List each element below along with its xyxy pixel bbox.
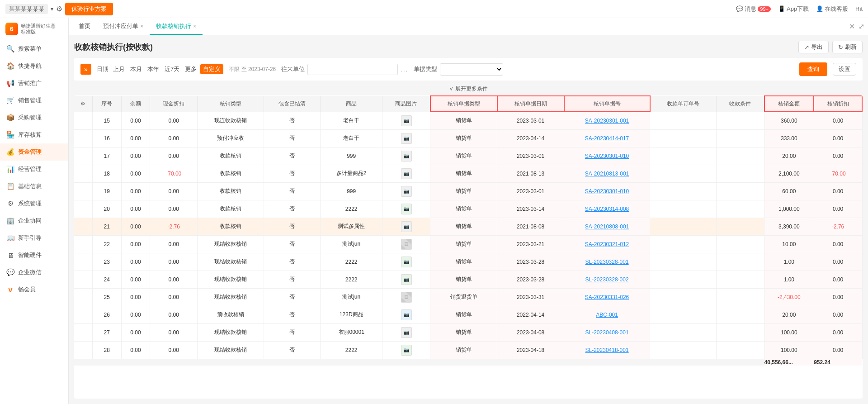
th-product-img: 商品图片 bbox=[382, 96, 430, 112]
filter-expand-button[interactable]: » bbox=[80, 64, 91, 75]
sidebar-item-finance[interactable]: 💰 资金管理 bbox=[0, 143, 68, 161]
online-service-area[interactable]: 👤 在线客服 bbox=[816, 5, 848, 13]
cell-num: 23 bbox=[92, 253, 121, 271]
cell-bill-date: 2023-03-28 bbox=[497, 271, 564, 288]
cell-collection-condition bbox=[717, 182, 764, 200]
sidebar-item-business[interactable]: 📊 经营管理 bbox=[0, 161, 68, 178]
app-label: App下载 bbox=[787, 5, 809, 13]
cell-bill-report-type: 销货单 bbox=[430, 271, 497, 288]
cell-balance: 0.00 bbox=[121, 129, 150, 147]
sidebar-item-base-info[interactable]: 📋 基础信息 bbox=[0, 178, 68, 195]
th-balance: 余额 bbox=[121, 96, 150, 112]
date-opt-7days[interactable]: 近7天 bbox=[163, 64, 181, 74]
cell-bill-no[interactable]: SA-20230301-001 bbox=[564, 112, 650, 129]
tab-collection[interactable]: 收款核销执行 × bbox=[150, 19, 203, 35]
cell-verify-type: 预收款核销 bbox=[198, 306, 264, 323]
maximize-icon[interactable]: ⤢ bbox=[859, 22, 864, 31]
cell-bill-no[interactable]: SL-20230328-001 bbox=[564, 253, 650, 271]
date-opt-more[interactable]: 更多 bbox=[183, 64, 198, 74]
cell-bill-no[interactable]: SA-20230314-008 bbox=[564, 200, 650, 218]
cell-bill-no[interactable]: SA-20230301-010 bbox=[564, 147, 650, 165]
export-button[interactable]: ↗ 导出 bbox=[798, 41, 829, 53]
cell-product: 测试jun bbox=[321, 235, 382, 253]
cell-settings bbox=[74, 235, 92, 253]
party-input[interactable] bbox=[307, 64, 398, 75]
sidebar-item-guide[interactable]: 📖 新手引导 bbox=[0, 229, 68, 247]
sidebar-label-sales: 销售管理 bbox=[18, 96, 42, 105]
cell-balance: 0.00 bbox=[121, 112, 150, 129]
close-tab-icon[interactable]: ✕ bbox=[849, 22, 855, 31]
refresh-button[interactable]: ↻ 刷新 bbox=[832, 41, 863, 53]
cell-verify-amount: 360.00 bbox=[764, 112, 814, 129]
cell-balance: 0.00 bbox=[121, 200, 150, 218]
sidebar-item-hardware[interactable]: 🖥 智能硬件 bbox=[0, 247, 68, 264]
bill-type-select[interactable] bbox=[440, 63, 503, 76]
cell-bill-no[interactable]: SA-20210808-001 bbox=[564, 218, 650, 235]
sidebar-item-search[interactable]: 🔍 搜索菜单 bbox=[0, 40, 68, 57]
cell-bill-no[interactable]: SA-20230321-012 bbox=[564, 235, 650, 253]
tab-prepay[interactable]: 预付冲应付单 × bbox=[97, 19, 150, 35]
cell-num: 26 bbox=[92, 306, 121, 323]
app-download-area[interactable]: 📱 App下载 bbox=[778, 5, 809, 13]
system-icon: ⚙ bbox=[6, 200, 14, 208]
cell-product: 老白干 bbox=[321, 129, 382, 147]
cell-bill-no[interactable]: SA-20230331-026 bbox=[564, 288, 650, 306]
tab-prepay-close[interactable]: × bbox=[140, 23, 143, 29]
settings-icon[interactable]: ⚙ bbox=[56, 5, 62, 13]
sidebar-label-hardware: 智能硬件 bbox=[18, 251, 42, 259]
tab-collection-close[interactable]: × bbox=[193, 23, 196, 29]
th-num: 序号 bbox=[92, 96, 121, 112]
cell-included: 否 bbox=[264, 112, 321, 129]
filter-settings-button[interactable]: 设置 bbox=[833, 63, 856, 76]
cell-balance: 0.00 bbox=[121, 323, 150, 341]
date-opt-custom[interactable]: 自定义 bbox=[200, 64, 223, 74]
user-name[interactable]: Rit bbox=[855, 5, 863, 12]
expand-more-bar[interactable]: ∨ 展开更多条件 bbox=[74, 85, 863, 93]
cell-collection-condition bbox=[717, 218, 764, 235]
cell-num: 22 bbox=[92, 235, 121, 253]
solution-button[interactable]: 休验行业方案 bbox=[65, 3, 113, 15]
th-settings[interactable]: ⚙ bbox=[74, 96, 92, 112]
cell-verify-amount: 20.00 bbox=[764, 306, 814, 323]
sidebar-item-sales[interactable]: 🛒 销售管理 bbox=[0, 92, 68, 109]
date-opt-last-month[interactable]: 上月 bbox=[111, 64, 127, 74]
table-row: 16 0.00 0.00 预付冲应收 否 老白干 📷 销货单 2023-04-1… bbox=[74, 129, 862, 147]
sidebar-item-quick-nav[interactable]: 🏠 快捷导航 bbox=[0, 57, 68, 75]
cell-verify-amount: 100.00 bbox=[764, 323, 814, 341]
sidebar-item-wechat[interactable]: 💬 企业微信 bbox=[0, 264, 68, 281]
sidebar-item-marketing[interactable]: 📢 营销推广 bbox=[0, 75, 68, 92]
cell-verify-type: 预付冲应收 bbox=[198, 129, 264, 147]
cell-bill-no[interactable]: SA-20230414-017 bbox=[564, 129, 650, 147]
dropdown-arrow-icon[interactable]: ▾ bbox=[51, 6, 53, 12]
tab-home[interactable]: 首页 bbox=[72, 19, 97, 35]
sidebar-item-system[interactable]: ⚙ 系统管理 bbox=[0, 195, 68, 212]
cell-verify-type: 现结收款核销 bbox=[198, 253, 264, 271]
sidebar-item-purchase[interactable]: 📦 采购管理 bbox=[0, 109, 68, 126]
messages-area[interactable]: 💬 消息 99+ bbox=[736, 5, 771, 13]
cell-bill-no[interactable]: ABC-001 bbox=[564, 306, 650, 323]
sidebar-label-base-info: 基础信息 bbox=[18, 182, 42, 190]
cell-product: 多计量商品2 bbox=[321, 165, 382, 182]
table-header-row: ⚙ 序号 余额 现金折扣 核销类型 包含已结清 商品 商品图片 核销单据类型 核… bbox=[74, 96, 862, 112]
sidebar-label-quick-nav: 快捷导航 bbox=[18, 62, 42, 70]
cell-product: 2222 bbox=[321, 271, 382, 288]
cell-bill-no[interactable]: SL-20230328-002 bbox=[564, 271, 650, 288]
sidebar-item-member[interactable]: V 畅会员 bbox=[0, 281, 68, 298]
cell-bill-no[interactable]: SA-20210813-001 bbox=[564, 165, 650, 182]
table-row: 18 0.00 -70.00 收款核销 否 多计量商品2 📷 销货单 2021-… bbox=[74, 165, 862, 182]
cell-bill-no[interactable]: SL-20230418-001 bbox=[564, 341, 650, 359]
sidebar-item-inventory[interactable]: 🏪 库存核算 bbox=[0, 126, 68, 143]
sidebar-item-company[interactable]: 🏢 企业协同 bbox=[0, 212, 68, 229]
product-image: 📷 bbox=[401, 309, 412, 320]
cell-bill-no[interactable]: SA-20230301-010 bbox=[564, 182, 650, 200]
cell-verify-discount: 0.00 bbox=[814, 235, 862, 253]
date-opt-this-month[interactable]: 本月 bbox=[128, 64, 144, 74]
query-button[interactable]: 查询 bbox=[799, 62, 827, 76]
cell-verify-amount: 1,000.00 bbox=[764, 200, 814, 218]
cell-bill-no[interactable]: SL-20230408-001 bbox=[564, 323, 650, 341]
cell-verify-amount: 10.00 bbox=[764, 235, 814, 253]
bill-type-filter-group: 单据类型 bbox=[414, 63, 503, 76]
date-opt-this-year[interactable]: 本年 bbox=[146, 64, 161, 74]
cell-bill-report-type: 销货单 bbox=[430, 129, 497, 147]
filter-dots: ... bbox=[401, 66, 408, 73]
